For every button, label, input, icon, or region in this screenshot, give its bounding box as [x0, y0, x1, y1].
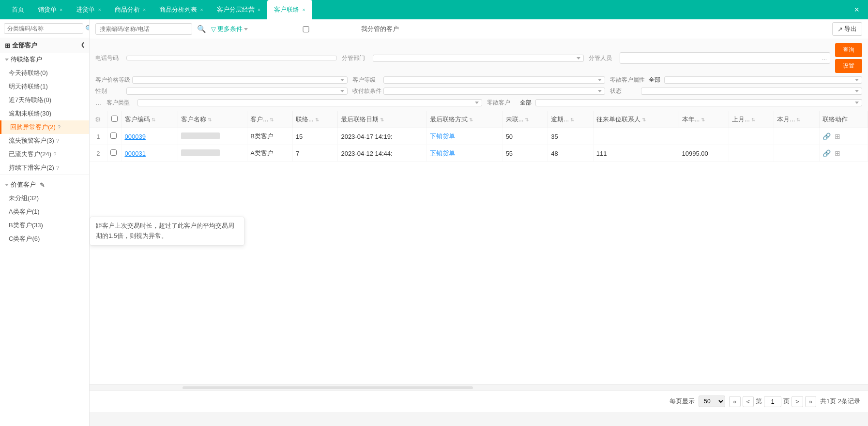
- page-number-input[interactable]: [764, 396, 781, 407]
- price-level-select[interactable]: [132, 76, 348, 84]
- th-code[interactable]: 客户编码 ⇅: [122, 111, 178, 128]
- sidebar-item-7days-pending[interactable]: 近7天待联络(0): [0, 93, 89, 107]
- row-select-checkbox[interactable]: [110, 132, 117, 139]
- sidebar-search-icon[interactable]: 🔍: [85, 25, 90, 32]
- row-code[interactable]: 000031: [122, 145, 178, 162]
- sidebar-value-customers-header[interactable]: 价值客户 ✎: [0, 178, 89, 191]
- customer-type-select[interactable]: [137, 99, 482, 106]
- sidebar-item-ungrouped[interactable]: 未分组(32): [0, 191, 89, 205]
- th-this-month[interactable]: 本月... ⇅: [774, 111, 820, 128]
- row-index: 2: [90, 145, 107, 162]
- retail-customer-select[interactable]: [535, 99, 862, 106]
- nav-sales-order[interactable]: 销货单 ×: [31, 0, 69, 19]
- th-name[interactable]: 客户名称 ⇅: [178, 111, 247, 128]
- data-table-container[interactable]: ⚙ 客户编码 ⇅: [90, 111, 868, 384]
- phone-input[interactable]: [126, 56, 337, 60]
- nav-product-analysis[interactable]: 商品分析 ×: [108, 0, 152, 19]
- sidebar-item-class-c[interactable]: C类客户(6): [0, 232, 89, 246]
- prev-page-button[interactable]: <: [743, 396, 754, 407]
- horizontal-scrollbar[interactable]: [90, 384, 868, 390]
- row-select-checkbox[interactable]: [110, 149, 117, 156]
- th-not-contacted[interactable]: 未联... ⇅: [503, 111, 548, 128]
- sidebar-item-lost-pending[interactable]: 流失预警客户(3) ?: [0, 134, 89, 147]
- row-checkbox[interactable]: [107, 128, 122, 145]
- th-overdue[interactable]: 逾期... ⇅: [548, 111, 594, 128]
- customer-type-field: 客户类型: [107, 99, 482, 107]
- action-link-icon[interactable]: 🔗: [822, 149, 831, 157]
- search-input[interactable]: [95, 23, 192, 35]
- nav-product-analysis-list[interactable]: 商品分析列表 ×: [152, 0, 210, 19]
- scroll-track[interactable]: [183, 386, 473, 389]
- retail-attr-select[interactable]: [664, 76, 862, 84]
- overdue-sort-icon: ⇅: [570, 117, 574, 122]
- th-level[interactable]: 客户... ⇅: [247, 111, 293, 128]
- action-link-icon[interactable]: 🔗: [822, 132, 831, 140]
- customer-level-select[interactable]: [383, 76, 605, 84]
- last-page-button[interactable]: »: [805, 396, 816, 407]
- sidebar-all-customers[interactable]: ⊞ 全部客户 《: [0, 38, 89, 53]
- nav-customer-contact[interactable]: 客户联络 ×: [267, 0, 312, 19]
- sidebar-pending-contact[interactable]: 待联络客户: [0, 53, 89, 66]
- settings-button[interactable]: 设置: [835, 59, 862, 73]
- row4-ellipsis[interactable]: ...: [95, 98, 102, 107]
- nav-close-customer-contact[interactable]: ×: [302, 7, 305, 13]
- pagination-bar: 每页显示 50 100 200 « < 第 页 > » 共1页 2条记录: [90, 390, 868, 412]
- sidebar-item-already-lost[interactable]: 已流失客户(24) ?: [0, 147, 89, 161]
- window-close-button[interactable]: ×: [850, 5, 863, 15]
- per-page-label: 每页显示: [670, 397, 695, 406]
- sidebar-item-overdue-pending[interactable]: 逾期未联络(30): [0, 107, 89, 120]
- payment-select[interactable]: [383, 88, 605, 95]
- th-checkbox[interactable]: [107, 111, 122, 128]
- sidebar-value-customers: 价值客户 ✎ 未分组(32) A类客户(1) B类客户(33) C类客户(6): [0, 175, 89, 249]
- export-icon: ↗: [838, 26, 843, 33]
- action-grid-icon[interactable]: ⊞: [835, 149, 840, 157]
- row-last-contact-method[interactable]: 下销货单: [426, 145, 503, 162]
- value-edit-icon[interactable]: ✎: [40, 181, 45, 189]
- manager-ellipsis: ...: [822, 55, 827, 61]
- more-conditions-button[interactable]: ▽ 更多条件: [211, 25, 248, 33]
- sidebar-item-class-a[interactable]: A类客户(1): [0, 205, 89, 219]
- th-this-year[interactable]: 本年... ⇅: [679, 111, 729, 128]
- nav-close-product-analysis[interactable]: ×: [143, 7, 146, 13]
- sidebar-item-class-b[interactable]: B类客户(33): [0, 219, 89, 232]
- my-customers-checkbox[interactable]: [253, 26, 359, 32]
- manager-select[interactable]: ...: [620, 52, 830, 64]
- action-grid-icon[interactable]: ⊞: [835, 132, 840, 140]
- nav-close-sales[interactable]: ×: [60, 7, 62, 13]
- filter-row-3: 性别 收付款条件 状态: [95, 87, 862, 95]
- nav-customer-tiered[interactable]: 客户分层经营 ×: [210, 0, 267, 19]
- settings-gear-icon[interactable]: ⚙: [95, 116, 101, 123]
- export-button[interactable]: ↗ 导出: [832, 22, 862, 36]
- row-index: 1: [90, 128, 107, 145]
- status-select[interactable]: [641, 88, 862, 95]
- th-last-month[interactable]: 上月... ⇅: [729, 111, 774, 128]
- search-button-icon[interactable]: 🔍: [197, 25, 206, 33]
- select-all-checkbox[interactable]: [111, 116, 118, 122]
- query-button[interactable]: 查询: [835, 43, 862, 57]
- th-last-contact-date[interactable]: 最后联络日期 ⇅: [338, 111, 426, 128]
- row-checkbox[interactable]: [107, 145, 122, 162]
- sidebar-search-input[interactable]: [4, 23, 83, 34]
- th-contact-person[interactable]: 往来单位联系人 ⇅: [593, 111, 679, 128]
- row-code[interactable]: 000039: [122, 128, 178, 145]
- page-size-select[interactable]: 50 100 200: [699, 396, 725, 407]
- nav-close-customer-tiered[interactable]: ×: [258, 7, 260, 13]
- sidebar-item-declining[interactable]: 持续下滑客户(2) ?: [0, 161, 89, 175]
- row-last-contact-method[interactable]: 下销货单: [426, 128, 503, 145]
- th-last-contact-method[interactable]: 最后联络方式 ⇅: [426, 111, 503, 128]
- nav-close-purchase[interactable]: ×: [98, 7, 101, 13]
- sidebar-item-repurchase-abnormal[interactable]: 回购异常客户(2) ?: [0, 120, 89, 134]
- th-settings[interactable]: ⚙: [90, 111, 107, 128]
- sidebar-item-today-pending[interactable]: 今天待联络(0): [0, 66, 89, 80]
- gender-arrow: [340, 90, 344, 92]
- th-contact-count[interactable]: 联络... ⇅: [292, 111, 338, 128]
- sidebar-item-tomorrow-pending[interactable]: 明天待联络(1): [0, 80, 89, 93]
- department-select[interactable]: [373, 55, 583, 62]
- nav-purchase-order[interactable]: 进货单 ×: [69, 0, 107, 19]
- nav-home[interactable]: 首页: [5, 0, 31, 19]
- nav-close-product-list[interactable]: ×: [200, 7, 203, 13]
- sidebar-collapse-icon[interactable]: 《: [78, 41, 84, 50]
- gender-select[interactable]: [126, 88, 348, 95]
- first-page-button[interactable]: «: [729, 396, 740, 407]
- next-page-button[interactable]: >: [792, 396, 803, 407]
